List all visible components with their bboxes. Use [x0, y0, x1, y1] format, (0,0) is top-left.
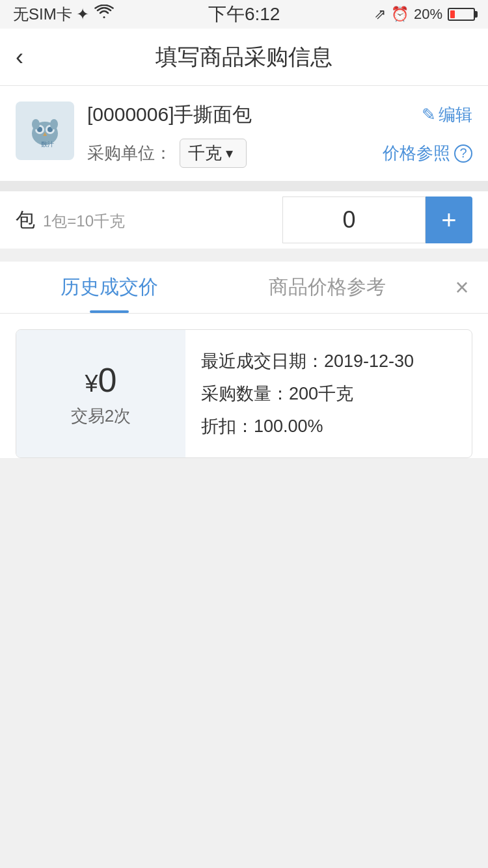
product-logo-icon: 数汁: [24, 110, 66, 152]
tabs-row: 历史成交价 商品价格参考 ×: [0, 262, 488, 314]
trade-count: 交易2次: [71, 405, 131, 427]
back-button[interactable]: ‹: [16, 44, 23, 71]
product-section: 数汁 [0000006]手撕面包 ✎ 编辑 采购单位： 千克 ▾: [0, 86, 488, 181]
price-reference-button[interactable]: 价格参照 ?: [383, 142, 472, 165]
product-name: [0000006]手撕面包: [87, 102, 252, 128]
unit-dropdown[interactable]: 千克 ▾: [180, 139, 247, 168]
quantity-plus-button[interactable]: +: [426, 197, 472, 243]
purchase-qty-label: 采购数量：: [201, 384, 289, 403]
quantity-control: +: [282, 197, 472, 243]
close-icon: ×: [455, 274, 468, 301]
currency-symbol: ¥: [85, 370, 98, 397]
wifi-icon: [94, 5, 114, 24]
page-title: 填写商品采购信息: [156, 42, 332, 72]
unit-value: 千克: [188, 142, 222, 165]
tab-history-price[interactable]: 历史成交价: [0, 262, 218, 313]
package-label: 包: [16, 207, 35, 234]
edit-icon: ✎: [422, 105, 436, 125]
status-right: ⇗ ⏰ 20%: [374, 6, 475, 23]
tab-product-price-ref[interactable]: 商品价格参考: [218, 262, 436, 313]
purchase-qty-row: 采购数量：200千克: [201, 382, 456, 405]
edit-button[interactable]: ✎ 编辑: [422, 103, 472, 126]
battery-percent: 20%: [414, 6, 442, 23]
quantity-input[interactable]: [282, 197, 426, 243]
product-info: [0000006]手撕面包 ✎ 编辑 采购单位： 千克 ▾ 价格参照: [87, 102, 472, 168]
recent-date-row: 最近成交日期：2019-12-30: [201, 349, 456, 373]
recent-date-label: 最近成交日期：: [201, 351, 324, 371]
price-display: ¥0: [85, 360, 117, 400]
price-value: 0: [98, 361, 117, 399]
alarm-icon: ⏰: [391, 6, 409, 23]
price-card: ¥0 交易2次 最近成交日期：2019-12-30 采购数量：200千克 折扣：…: [16, 329, 472, 458]
package-hint: 1包=10千克: [43, 211, 125, 232]
bottom-panel: 历史成交价 商品价格参考 × ¥0 交易2次 最近成交日期：2019-12-30…: [0, 262, 488, 458]
unit-label: 采购单位：: [87, 142, 172, 165]
battery-icon: [448, 8, 475, 21]
status-time: 下午6:12: [208, 2, 280, 27]
status-bar: 无SIM卡 ✦ 下午6:12 ⇗ ⏰ 20%: [0, 0, 488, 29]
nav-bar: ‹ 填写商品采购信息: [0, 29, 488, 86]
discount-row: 折扣：100.00%: [201, 414, 456, 438]
section-divider: [0, 181, 488, 191]
product-thumbnail: 数汁: [16, 102, 74, 160]
close-button[interactable]: ×: [436, 274, 488, 301]
discount-label: 折扣：: [201, 416, 254, 436]
recent-date-value: 2019-12-30: [324, 351, 414, 371]
price-card-left: ¥0 交易2次: [16, 330, 185, 457]
main-content-area: [0, 474, 488, 864]
help-icon: ?: [454, 144, 472, 163]
carrier-text: 无SIM卡 ✦: [13, 4, 89, 25]
quantity-section: 包 1包=10千克 +: [0, 191, 488, 249]
svg-point-7: [50, 119, 58, 129]
svg-point-6: [32, 119, 40, 129]
dropdown-arrow: ▾: [226, 145, 233, 162]
purchase-qty-value: 200千克: [289, 384, 353, 403]
price-card-right: 最近成交日期：2019-12-30 采购数量：200千克 折扣：100.00%: [185, 330, 472, 457]
location-icon: ⇗: [374, 6, 386, 23]
status-carrier: 无SIM卡 ✦: [13, 4, 114, 25]
svg-text:数汁: 数汁: [41, 141, 54, 148]
discount-value: 100.00%: [254, 416, 323, 436]
